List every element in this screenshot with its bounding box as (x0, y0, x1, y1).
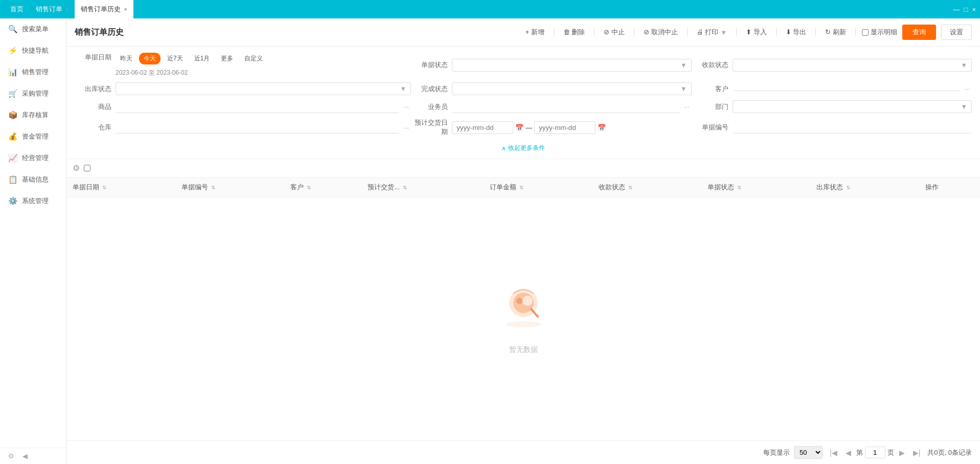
date-btn-custom[interactable]: 自定义 (240, 53, 267, 64)
customer-select[interactable] (733, 86, 961, 91)
print-dropdown-icon[interactable]: ▼ (720, 29, 727, 36)
close-tab-history[interactable]: × (124, 6, 127, 12)
table-footer: 每页显示 50 100 200 |◀ ◀ 第 页 ▶ ▶| 共0页, 0条记录 (66, 440, 980, 464)
svg-point-5 (516, 298, 522, 304)
sidebar-settings-icon[interactable]: ⚙ (8, 452, 14, 460)
sidebar-collapse-icon[interactable]: ◀ (22, 452, 28, 460)
operation-icon: 📈 (8, 153, 18, 163)
prev-page-button[interactable]: ◀ (842, 448, 854, 458)
select-all-checkbox[interactable] (84, 165, 90, 171)
export-button[interactable]: ⬇ 导出 (783, 26, 810, 39)
search-menu-icon: 🔍 (8, 25, 18, 34)
inventory-icon: 📦 (8, 111, 18, 120)
next-page-button[interactable]: ▶ (896, 448, 908, 458)
page-number-input[interactable] (865, 447, 885, 458)
complete-status-select[interactable]: ▼ (452, 82, 691, 95)
last-page-button[interactable]: ▶| (910, 448, 924, 458)
pay-status-label: 收款状态 (692, 60, 733, 70)
filter-row-3: 商品 ··· 业务员 ··· 部门 (75, 100, 972, 113)
sidebar-item-finance[interactable]: 💰 资金管理 (0, 126, 66, 147)
sort-out-status-icon[interactable]: ⇅ (846, 185, 850, 190)
setting-button[interactable]: 设置 (941, 25, 972, 40)
sidebar-item-quick-nav[interactable]: ⚡ 快捷导航 (0, 40, 66, 61)
empty-text: 暂无数据 (509, 345, 538, 355)
collapse-button[interactable]: ∧ 收起更多条件 (502, 144, 545, 152)
sidebar-item-inventory[interactable]: 📦 库存核算 (0, 104, 66, 126)
delivery-date-end[interactable] (534, 121, 596, 134)
table-settings-icon[interactable]: ⚙ (73, 163, 80, 173)
sales-person-more-icon[interactable]: ··· (682, 103, 692, 111)
sort-pay-status-icon[interactable]: ⇅ (628, 185, 632, 190)
collapse-row: ∧ 收起更多条件 (75, 142, 972, 152)
dept-select[interactable]: ▼ (733, 100, 972, 113)
complete-status-label: 完成状态 (411, 84, 452, 94)
date-filter-value: 昨天 今天 近7天 近1月 更多 自定义 2023-06-02 至 2023-0… (116, 53, 411, 77)
new-button[interactable]: + 新增 (522, 26, 548, 39)
sidebar-item-sys-mgmt[interactable]: ⚙️ 系统管理 (0, 190, 66, 212)
divider4 (687, 28, 688, 36)
sidebar: 🔍 搜索菜单 ⚡ 快捷导航 📊 销售管理 🛒 采购管理 📦 库存核算 💰 资金管… (0, 18, 66, 464)
customer-more-icon[interactable]: ··· (962, 85, 972, 93)
stop-button[interactable]: ⊘ 中止 (601, 26, 628, 39)
date-btn-yesterday[interactable]: 昨天 (116, 53, 137, 64)
sales-person-input[interactable] (452, 101, 680, 113)
dept-label: 部门 (692, 102, 733, 112)
empty-state: 暂无数据 (66, 197, 980, 440)
per-page-label: 每页显示 (763, 448, 790, 457)
col-customer: 客户 ⇅ (284, 178, 361, 197)
date-btn-1month[interactable]: 近1月 (190, 53, 215, 64)
complete-status-arrow: ▼ (680, 85, 687, 93)
show-detail-checkbox[interactable]: 显示明细 (862, 28, 897, 37)
divider1 (554, 28, 554, 36)
page-label: 页 (887, 448, 894, 457)
refresh-button[interactable]: ↻ 刷新 (822, 26, 849, 39)
order-no-input[interactable] (733, 121, 972, 134)
date-btn-today[interactable]: 今天 (139, 53, 161, 64)
customer-label: 客户 (692, 84, 733, 94)
sort-no-icon[interactable]: ⇅ (211, 185, 215, 190)
out-status-select[interactable]: ▼ (116, 82, 411, 95)
out-status-arrow: ▼ (400, 85, 406, 93)
order-status-select[interactable]: ▼ (452, 59, 691, 72)
product-input[interactable] (116, 101, 399, 113)
close-tab-sales-order[interactable]: × (65, 6, 69, 12)
sort-customer-icon[interactable]: ⇅ (307, 185, 311, 190)
cancel-stop-button[interactable]: ⊘ 取消中止 (641, 26, 681, 39)
empty-icon (498, 283, 549, 339)
product-more-icon[interactable]: ··· (401, 103, 411, 111)
filter-row-1: 单据日期 昨天 今天 近7天 近1月 更多 自定义 2023-06-02 至 2… (75, 53, 972, 77)
first-page-button[interactable]: |◀ (827, 448, 840, 458)
query-button[interactable]: 查询 (902, 25, 936, 40)
sort-amount-icon[interactable]: ⇅ (519, 185, 523, 190)
show-detail-input[interactable] (862, 29, 869, 36)
warehouse-label: 仓库 (75, 123, 116, 132)
cal-icon-end[interactable]: 📅 (598, 124, 606, 131)
import-button[interactable]: ⬆ 导入 (743, 26, 770, 39)
warehouse-input[interactable] (116, 121, 399, 134)
delivery-date-start[interactable] (452, 121, 513, 134)
sort-delivery-icon[interactable]: ⇅ (403, 185, 407, 190)
window-maximize[interactable]: □ (964, 6, 968, 13)
sidebar-item-sales-mgmt[interactable]: 📊 销售管理 (0, 61, 66, 83)
pay-status-select[interactable]: ▼ (733, 59, 972, 72)
sidebar-item-search-menu[interactable]: 🔍 搜索菜单 (0, 18, 66, 40)
window-close[interactable]: × (972, 6, 976, 13)
sidebar-item-operation[interactable]: 📈 经营管理 (0, 147, 66, 169)
tab-home[interactable]: 首页 (4, 0, 30, 18)
per-page-select[interactable]: 50 100 200 (794, 446, 823, 459)
print-button[interactable]: 🖨 打印 ▼ (694, 26, 731, 39)
delete-button[interactable]: 🗑 删除 (560, 26, 588, 39)
sidebar-item-base-info[interactable]: 📋 基础信息 (0, 169, 66, 190)
sys-mgmt-icon: ⚙️ (8, 196, 18, 206)
sidebar-item-purchase-mgmt[interactable]: 🛒 采购管理 (0, 83, 66, 104)
sort-order-status-icon[interactable]: ⇅ (737, 185, 741, 190)
date-btn-7days[interactable]: 近7天 (163, 53, 188, 64)
tab-sales-order-history[interactable]: 销售订单历史 × (75, 0, 133, 18)
cal-icon-start[interactable]: 📅 (515, 124, 523, 131)
sort-date-icon[interactable]: ⇅ (102, 185, 106, 190)
window-minimize[interactable]: — (953, 6, 960, 13)
date-btn-more[interactable]: 更多 (216, 53, 238, 64)
table-area: ⚙ 单据日期 ⇅ 单据编号 ⇅ 客户 (66, 159, 980, 440)
tab-sales-order[interactable]: 销售订单 × (30, 0, 75, 18)
warehouse-more-icon[interactable]: ··· (401, 124, 411, 131)
